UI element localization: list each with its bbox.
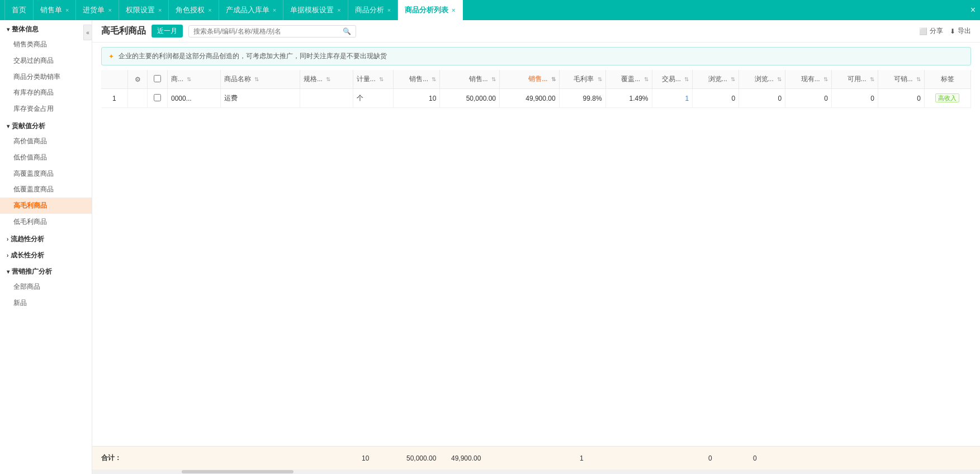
table-container: ⚙ 商... ⇅ 商品名称 ⇅ <box>92 70 980 446</box>
sidebar-item-low-margin[interactable]: 低毛利商品 <box>0 214 92 230</box>
row-gross-rate: 99.8% <box>559 89 605 108</box>
close-warehousing-tab[interactable]: × <box>273 7 276 13</box>
col-header-spec[interactable]: 规格... ⇅ <box>300 70 353 89</box>
sidebar-item-stock-capital[interactable]: 库存资金占用 <box>0 101 92 117</box>
row-current-stock: 0 <box>785 89 832 108</box>
col-header-coverage[interactable]: 覆盖... ⇅ <box>605 70 652 89</box>
arrow-icon-3: › <box>7 236 8 242</box>
row-transactions[interactable]: 1 <box>652 89 693 108</box>
page-title: 高毛利商品 <box>101 25 146 37</box>
sidebar-item-traded-goods[interactable]: 交易过的商品 <box>0 53 92 69</box>
top-nav: 首页 销售单 × 进货单 × 权限设置 × 角色授权 × 产成品入库单 × 单据… <box>0 0 980 20</box>
table-header-row: ⚙ 商... ⇅ 商品名称 ⇅ <box>101 70 971 89</box>
col-header-sales-qty[interactable]: 销售... ⇅ <box>394 70 440 89</box>
bottom-scrollbar[interactable] <box>92 470 980 474</box>
window-close-button[interactable]: × <box>970 5 976 15</box>
gear-icon[interactable]: ⚙ <box>135 76 141 83</box>
footer-sales-qty <box>202 454 358 462</box>
col-header-current-stock[interactable]: 现有... ⇅ <box>785 70 832 89</box>
sort-icon-name: ⇅ <box>254 76 259 82</box>
row-sellable: 0 <box>878 89 924 108</box>
export-icon: ⬇ <box>950 27 955 35</box>
sidebar-item-sales-goods[interactable]: 销售类商品 <box>0 36 92 53</box>
col-header-code[interactable]: 商... ⇅ <box>167 70 220 89</box>
share-button[interactable]: ⬜ 分享 <box>919 26 943 36</box>
nav-tab-warehousing[interactable]: 产成品入库单 × <box>219 0 283 20</box>
close-sales-tab[interactable]: × <box>65 7 69 13</box>
arrow-icon-5: ▾ <box>7 269 10 275</box>
col-header-available[interactable]: 可用... ⇅ <box>832 70 878 89</box>
row-select-checkbox[interactable] <box>154 94 161 101</box>
select-all-checkbox[interactable] <box>154 75 161 82</box>
content-header: 高毛利商品 近一月 🔍 ⬜ 分享 ⬇ 导出 <box>92 20 980 43</box>
col-header-check[interactable] <box>148 70 168 89</box>
close-permission-tab[interactable]: × <box>158 7 162 13</box>
col-header-transactions[interactable]: 交易... ⇅ <box>652 70 693 89</box>
sidebar-group-growth[interactable]: › 成长性分析 <box>0 246 92 262</box>
close-analysis-tab[interactable]: × <box>387 7 391 13</box>
sort-icon-available: ⇅ <box>870 76 874 82</box>
col-header-unit[interactable]: 计量... ⇅ <box>353 70 394 89</box>
col-header-sellable[interactable]: 可销... ⇅ <box>878 70 924 89</box>
sidebar-collapse-button[interactable]: « <box>83 25 92 40</box>
search-icon[interactable]: 🔍 <box>343 27 351 35</box>
col-header-name[interactable]: 商品名称 ⇅ <box>220 70 300 89</box>
nav-tab-purchase[interactable]: 进货单 × <box>76 0 119 20</box>
footer-sales-cost-val: 49,900.00 <box>448 454 493 462</box>
row-tag: 高收入 <box>924 89 970 108</box>
sidebar-group-flow[interactable]: › 流趋性分析 <box>0 230 92 246</box>
nav-tab-role[interactable]: 角色授权 × <box>169 0 219 20</box>
footer-gross <box>493 454 576 462</box>
nav-tab-analysis-list[interactable]: 商品分析列表 × <box>398 0 462 20</box>
sidebar-item-stocked-goods[interactable]: 有库存的商品 <box>0 85 92 101</box>
row-spec <box>300 89 353 108</box>
footer-available-val: 0 <box>750 454 794 462</box>
row-browse2: 0 <box>739 89 785 108</box>
footer-browse <box>621 454 705 462</box>
col-header-browse2[interactable]: 浏览... ⇅ <box>739 70 785 89</box>
close-purchase-tab[interactable]: × <box>108 7 111 13</box>
nav-tab-sales[interactable]: 销售单 × <box>34 0 76 20</box>
sidebar-item-low-coverage[interactable]: 低覆盖度商品 <box>0 181 92 198</box>
sort-icon-sales-qty: ⇅ <box>432 76 436 82</box>
row-sales-amt: 50,000.00 <box>440 89 500 108</box>
sort-icon-current-stock: ⇅ <box>823 76 828 82</box>
close-analysis-list-tab[interactable]: × <box>452 7 455 13</box>
sidebar-group-overall[interactable]: ▾ 整体信息 <box>0 20 92 36</box>
sidebar: « ▾ 整体信息 销售类商品 交易过的商品 商品分类助销率 有库存的商品 库存资… <box>0 20 92 474</box>
sidebar-item-high-coverage[interactable]: 高覆盖度商品 <box>0 166 92 182</box>
nav-tab-analysis[interactable]: 商品分析 × <box>348 0 398 20</box>
row-name: 运费 <box>220 89 300 108</box>
col-header-sales-amt[interactable]: 销售... ⇅ <box>440 70 500 89</box>
scrollbar-thumb[interactable] <box>182 470 293 473</box>
sort-icon-coverage: ⇅ <box>644 76 648 82</box>
row-checkbox[interactable] <box>148 89 168 108</box>
nav-tab-permission[interactable]: 权限设置 × <box>119 0 169 20</box>
share-icon: ⬜ <box>919 27 927 35</box>
nav-tab-template[interactable]: 单据模板设置 × <box>283 0 348 20</box>
sidebar-group-marketing[interactable]: ▾ 营销推广分析 <box>0 262 92 279</box>
search-input[interactable] <box>193 27 343 35</box>
sidebar-item-new-goods[interactable]: 新品 <box>0 295 92 311</box>
col-header-sales-cost[interactable]: 销售... ⇅ <box>500 70 560 89</box>
footer-label: 合计： <box>101 453 202 463</box>
sidebar-item-all-goods[interactable]: 全部商品 <box>0 279 92 295</box>
nav-tab-home[interactable]: 首页 <box>4 0 34 20</box>
sort-icon-spec: ⇅ <box>326 76 330 82</box>
col-header-gross[interactable]: 毛利率 ⇅ <box>559 70 605 89</box>
sidebar-group-contribution[interactable]: ▾ 贡献值分析 <box>0 117 92 133</box>
period-button[interactable]: 近一月 <box>152 25 183 37</box>
sidebar-item-high-value[interactable]: 高价值商品 <box>0 133 92 149</box>
sidebar-item-high-margin[interactable]: 高毛利商品 <box>0 198 92 214</box>
info-icon: ✦ <box>108 53 114 60</box>
sidebar-item-category-rate[interactable]: 商品分类助销率 <box>0 69 92 85</box>
footer-sales-amt-val: 50,000.00 <box>403 454 448 462</box>
close-role-tab[interactable]: × <box>208 7 211 13</box>
sidebar-item-low-value[interactable]: 低价值商品 <box>0 149 92 166</box>
col-header-browse1[interactable]: 浏览... ⇅ <box>693 70 739 89</box>
close-template-tab[interactable]: × <box>337 7 340 13</box>
export-button[interactable]: ⬇ 导出 <box>950 26 971 36</box>
col-header-gear[interactable]: ⚙ <box>127 70 148 89</box>
col-header-tag[interactable]: 标签 <box>924 70 970 89</box>
sort-icon-sellable: ⇅ <box>916 76 921 82</box>
